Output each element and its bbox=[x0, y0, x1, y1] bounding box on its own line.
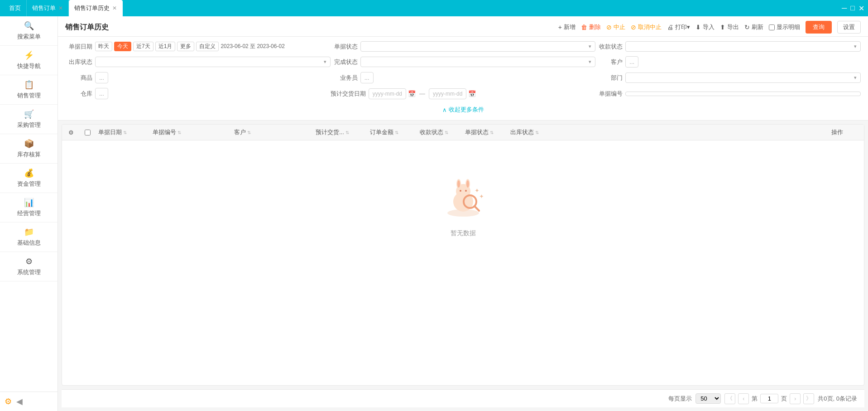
sidebar-item-basic-info[interactable]: 📁 基础信息 bbox=[0, 222, 58, 252]
complete-status-arrow: ▾ bbox=[589, 59, 591, 65]
sidebar-item-purchase-mgmt[interactable]: 🛒 采购管理 bbox=[0, 105, 58, 134]
sidebar-item-sales-mgmt[interactable]: 📋 销售管理 bbox=[0, 75, 58, 105]
th-amount[interactable]: 订单金额 ⇅ bbox=[366, 128, 416, 136]
table-area: ⚙ 单据日期 ⇅ 单据编号 ⇅ 客户 ⇅ 预计交货... bbox=[62, 124, 864, 386]
svg-point-6 bbox=[466, 180, 469, 188]
query-button[interactable]: 查询 bbox=[806, 21, 832, 34]
sidebar-settings-icon[interactable]: ⚙ bbox=[5, 396, 12, 406]
custom-btn[interactable]: 自定义 bbox=[196, 42, 219, 51]
settings-icon: ⚙ bbox=[68, 129, 74, 136]
sidebar-item-system-mgmt-label: 系统管理 bbox=[17, 268, 41, 276]
print-button[interactable]: 🖨 打印▾ bbox=[667, 23, 690, 31]
content-area: 销售订单历史 + 新增 🗑 删除 ⊘ 中止 ⊘ 取消中止 bbox=[58, 16, 868, 411]
operations-icon: 📊 bbox=[24, 198, 34, 208]
doc-no-input[interactable] bbox=[625, 92, 861, 96]
last30-btn[interactable]: 近1月 bbox=[155, 42, 176, 51]
sidebar-item-search-menu[interactable]: 🔍 搜索菜单 bbox=[0, 16, 58, 46]
th-checkbox[interactable] bbox=[80, 130, 95, 135]
filter-pay-status: 收款状态 ▾ bbox=[595, 41, 861, 52]
import-button[interactable]: ⬇ 导入 bbox=[695, 23, 715, 31]
tab-sales-order-label: 销售订单 bbox=[32, 4, 56, 12]
salesperson-label: 业务员 bbox=[331, 74, 358, 82]
th-pay-status[interactable]: 收款状态 ⇅ bbox=[416, 128, 461, 136]
warehouse-select-btn[interactable]: ... bbox=[95, 88, 108, 99]
page-input[interactable] bbox=[760, 394, 778, 403]
first-page-btn[interactable]: 《 bbox=[724, 393, 735, 404]
th-doc-status[interactable]: 单据状态 ⇅ bbox=[461, 128, 507, 136]
per-page-select[interactable]: 20 50 100 200 bbox=[695, 393, 721, 404]
sidebar-item-quick-nav[interactable]: ⚡ 快捷导航 bbox=[0, 46, 58, 75]
purchase-mgmt-icon: 🛒 bbox=[24, 109, 34, 119]
complete-status-select[interactable]: ▾ bbox=[360, 57, 596, 67]
filter-goods: 商品 ... bbox=[65, 72, 331, 83]
salesperson-select-btn[interactable]: ... bbox=[360, 72, 374, 83]
date-range-text: 2023-06-02 至 2023-06-02 bbox=[221, 43, 284, 50]
next-page-btn[interactable]: › bbox=[790, 393, 801, 404]
close-history-tab[interactable]: ✕ bbox=[112, 5, 117, 11]
goods-select-btn[interactable]: ... bbox=[95, 72, 108, 83]
date-label: 单据日期 bbox=[65, 43, 92, 51]
dept-label: 部门 bbox=[595, 74, 623, 82]
print-icon: 🖨 bbox=[667, 24, 673, 31]
refresh-icon: ↻ bbox=[744, 24, 750, 31]
th-delivery-label: 预计交货... bbox=[316, 128, 344, 136]
cancel-stop-label: 取消中止 bbox=[638, 23, 662, 31]
pay-status-select[interactable]: ▾ bbox=[625, 41, 861, 52]
display-toggle-checkbox[interactable] bbox=[769, 24, 775, 30]
th-date-label: 单据日期 bbox=[98, 128, 122, 136]
more-btn[interactable]: 更多 bbox=[177, 42, 194, 51]
tab-home[interactable]: 首页 bbox=[4, 0, 27, 16]
sort-date-icon: ⇅ bbox=[123, 130, 127, 135]
minimize-btn[interactable]: ─ bbox=[842, 4, 847, 12]
sidebar-item-finance[interactable]: 💰 资金管理 bbox=[0, 164, 58, 193]
delivery-date-end[interactable]: yyyy-mm-dd bbox=[429, 88, 466, 99]
th-date[interactable]: 单据日期 ⇅ bbox=[95, 128, 149, 136]
th-docno[interactable]: 单据编号 ⇅ bbox=[149, 128, 230, 136]
tab-sales-order[interactable]: 销售订单 ✕ bbox=[27, 0, 69, 16]
out-status-select[interactable]: ▾ bbox=[95, 57, 331, 67]
sidebar-item-system-mgmt[interactable]: ⚙ 系统管理 bbox=[0, 252, 58, 281]
delivery-date-start[interactable]: yyyy-mm-dd bbox=[369, 88, 406, 99]
today-btn[interactable]: 今天 bbox=[114, 42, 131, 51]
customer-select-btn[interactable]: ... bbox=[625, 56, 638, 68]
close-sales-order-tab[interactable]: ✕ bbox=[58, 5, 63, 11]
doc-status-select[interactable]: ▾ bbox=[360, 41, 596, 52]
maximize-btn[interactable]: □ bbox=[850, 4, 855, 12]
svg-line-10 bbox=[475, 206, 479, 211]
empty-icon: ✦ ✦ bbox=[441, 177, 486, 222]
sidebar-item-inventory[interactable]: 📦 库存核算 bbox=[0, 134, 58, 164]
th-customer[interactable]: 客户 ⇅ bbox=[230, 128, 312, 136]
prev-page-btn[interactable]: ‹ bbox=[738, 393, 749, 404]
sidebar-item-operations[interactable]: 📊 经营管理 bbox=[0, 193, 58, 222]
sidebar-collapse-icon[interactable]: ◀ bbox=[16, 396, 23, 406]
dept-select[interactable]: ▾ bbox=[625, 73, 861, 83]
yesterday-btn[interactable]: 昨天 bbox=[95, 42, 112, 51]
dept-arrow: ▾ bbox=[854, 75, 857, 81]
new-label: 新增 bbox=[564, 23, 575, 31]
last-page-btn[interactable]: 》 bbox=[803, 393, 814, 404]
doc-no-label: 单据编号 bbox=[595, 90, 623, 98]
th-customer-label: 客户 bbox=[234, 128, 246, 136]
new-button[interactable]: + 新增 bbox=[558, 23, 575, 31]
refresh-button[interactable]: ↻ 刷新 bbox=[744, 23, 763, 31]
collapse-btn[interactable]: ∧ 收起更多条件 bbox=[65, 104, 861, 116]
sidebar-item-operations-label: 经营管理 bbox=[17, 209, 41, 218]
last7-btn[interactable]: 近7天 bbox=[133, 42, 153, 51]
doc-no-control bbox=[625, 92, 861, 96]
cancel-stop-button[interactable]: ⊘ 取消中止 bbox=[631, 23, 662, 31]
filter-date: 单据日期 昨天 今天 近7天 近1月 更多 自定义 2023-06-02 至 2… bbox=[65, 42, 331, 51]
stop-button[interactable]: ⊘ 中止 bbox=[606, 23, 625, 31]
tab-sales-order-history[interactable]: 销售订单历史 ✕ bbox=[69, 0, 123, 16]
th-out-status[interactable]: 出库状态 ⇅ bbox=[507, 128, 828, 136]
export-button[interactable]: ⬆ 导出 bbox=[720, 23, 739, 31]
new-icon: + bbox=[558, 24, 562, 31]
delete-button[interactable]: 🗑 删除 bbox=[581, 23, 601, 31]
out-status-label: 出库状态 bbox=[65, 58, 92, 66]
th-settings[interactable]: ⚙ bbox=[62, 129, 80, 136]
close-btn[interactable]: ✕ bbox=[858, 4, 864, 13]
select-all-checkbox[interactable] bbox=[85, 130, 91, 135]
th-pay-status-label: 收款状态 bbox=[420, 128, 443, 136]
table-footer: 每页显示 20 50 100 200 《 ‹ 第 页 › 》 共0页, 0条记录 bbox=[62, 389, 864, 407]
th-delivery[interactable]: 预计交货... ⇅ bbox=[312, 128, 366, 136]
settings-button[interactable]: 设置 bbox=[837, 21, 861, 34]
